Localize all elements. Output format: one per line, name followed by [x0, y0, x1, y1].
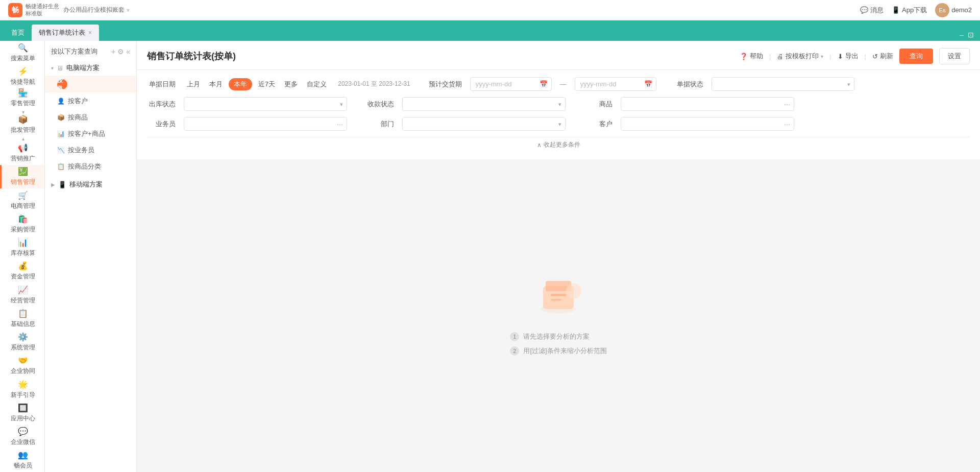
refresh-button[interactable]: ↺ 刷新	[872, 52, 893, 61]
plan-item-by-customer[interactable]: 👤 按客户	[45, 93, 136, 109]
sidebar: 🔍 搜索菜单 ⚡ 快捷导航 🏪 零售管理 ▾ 📦 批发管理 ▴ 📢 营销推广 💹…	[0, 41, 45, 472]
date-last-7[interactable]: 近7天	[255, 78, 278, 90]
sidebar-item-system[interactable]: ⚙️ 系统管理	[0, 331, 44, 354]
collapse-bar[interactable]: ∧ 收起更多条件	[147, 137, 970, 152]
by-customer-icon: 👤	[57, 98, 65, 105]
basic-icon: 📋	[18, 309, 28, 318]
sidebar-item-appcenter[interactable]: 🔲 应用中心	[0, 401, 44, 424]
app-download-button[interactable]: 📱 App下载	[892, 6, 927, 15]
export-button[interactable]: ⬇ 导出	[838, 52, 859, 61]
settings-plan-button[interactable]: ⚙	[117, 48, 124, 56]
plan-item-by-product[interactable]: 📦 按商品	[45, 109, 136, 126]
out-status-select[interactable]	[184, 97, 347, 111]
newbie-icon: 🌟	[18, 380, 28, 389]
pc-plans-header[interactable]: ▾ 🖥 电脑端方案	[45, 60, 136, 76]
product-more-icon[interactable]: ···	[784, 100, 790, 108]
customer-more-icon[interactable]: ···	[784, 120, 790, 128]
sidebar-item-newbie[interactable]: 🌟 新手引导	[0, 377, 44, 401]
customer-input-wrap: ···	[621, 117, 794, 131]
collapse-panel-button[interactable]: «	[126, 48, 130, 56]
tab-close-icon[interactable]: ×	[88, 29, 92, 36]
sidebar-item-cooperation[interactable]: 🤝 企业协同	[0, 354, 44, 377]
salesperson-input-wrap: ···	[184, 117, 347, 131]
sidebar-item-shortcut[interactable]: ⚡ 快捷导航	[0, 64, 44, 88]
hint-text-1: 请先选择要分析的方案	[523, 332, 590, 341]
pc-plans-label: 电脑端方案	[66, 63, 100, 73]
sidebar-item-wholesale[interactable]: 📦 批发管理 ▴	[0, 115, 44, 141]
page-header: 销售订单统计表(按单) ❓ 帮助 | 🖨 按模板打印 ▾ | ⬇	[137, 41, 980, 70]
customer-input[interactable]	[621, 117, 794, 131]
receive-status-select[interactable]	[402, 97, 566, 111]
sidebar-item-ecommerce[interactable]: 🛒 电商管理	[0, 188, 44, 212]
pc-plans-folder-icon: 🖥	[57, 64, 63, 72]
date-this-month[interactable]: 本月	[206, 78, 226, 90]
message-icon: 💬	[860, 6, 868, 14]
pc-plans-arrow: ▾	[51, 65, 54, 71]
wholesale-arrow: ▴	[22, 136, 24, 141]
date-label: 单据日期	[147, 80, 176, 89]
add-plan-button[interactable]: +	[111, 48, 115, 56]
status-label: 单据状态	[675, 80, 703, 89]
sidebar-item-marketing[interactable]: 📢 营销推广	[0, 141, 44, 165]
help-button[interactable]: ❓ 帮助	[740, 52, 763, 61]
sidebar-item-purchase[interactable]: 🛍️ 采购管理	[0, 212, 44, 235]
main-layout: 🔍 搜索菜单 ⚡ 快捷导航 🏪 零售管理 ▾ 📦 批发管理 ▴ 📢 营销推广 💹…	[0, 41, 980, 472]
mobile-plans-header[interactable]: ▶ 📱 移动端方案	[45, 177, 136, 192]
reset-button[interactable]: 设置	[939, 48, 970, 64]
sidebar-item-inventory[interactable]: 📊 库存核算	[0, 236, 44, 259]
empty-hints: 1 请先选择要分析的方案 2 用[过滤]条件来缩小分析范围	[510, 332, 606, 361]
date-last-month[interactable]: 上月	[184, 78, 203, 90]
expected-date-to: 📅	[575, 77, 656, 91]
sidebar-item-wechat[interactable]: 💬 企业微信	[0, 425, 44, 449]
date-more[interactable]: 更多	[281, 78, 301, 90]
system-icon: ⚙️	[18, 332, 28, 342]
plan-item-by-customer-product[interactable]: 📊 按客户+商品	[45, 126, 136, 142]
finance-icon: 💰	[18, 261, 28, 271]
svg-point-3	[566, 284, 581, 299]
collapse-button[interactable]: ∧ 收起更多条件	[537, 140, 580, 149]
calendar-to-icon: 📅	[644, 80, 652, 88]
receive-status-select-wrap: ▾	[402, 97, 566, 111]
product-label: 商品	[584, 100, 612, 109]
filter-row-3: 业务员 ··· 部门 ▾ 客户 ···	[147, 117, 970, 131]
dept-select[interactable]	[402, 117, 566, 131]
filter-row-2: 出库状态 ▾ 收款状态 ▾ 商品 ···	[147, 97, 970, 111]
date-shortcuts: 上月 本月 本年 近7天 更多 自定义	[184, 78, 330, 90]
collapse-icon: ∧	[537, 141, 542, 149]
sidebar-item-operation[interactable]: 📈 经营管理	[0, 283, 44, 306]
date-custom[interactable]: 自定义	[304, 78, 330, 90]
sidebar-item-finance[interactable]: 💰 资金管理	[0, 259, 44, 283]
sidebar-item-search[interactable]: 🔍 搜索菜单	[0, 41, 44, 64]
purchase-icon: 🛍️	[18, 214, 28, 224]
expected-date-from: 📅	[470, 77, 552, 91]
sidebar-item-retail[interactable]: 🏪 零售管理 ▾	[0, 88, 44, 115]
filter-row-1: 单据日期 上月 本月 本年 近7天 更多 自定义 2023-01-01 至 20…	[147, 77, 970, 91]
product-input[interactable]	[621, 97, 794, 111]
query-button[interactable]: 查询	[899, 49, 933, 64]
export-icon: ⬇	[838, 53, 843, 60]
plan-item-by-order[interactable]: 按单	[45, 76, 136, 93]
sidebar-item-member[interactable]: 👥 畅会员	[0, 449, 44, 472]
by-salesperson-icon: 📉	[57, 147, 65, 154]
date-range: 2023-01-01 至 2023-12-31	[338, 80, 410, 88]
salesperson-input[interactable]	[184, 117, 347, 131]
sidebar-item-basic[interactable]: 📋 基础信息	[0, 306, 44, 330]
salesperson-more-icon[interactable]: ···	[337, 120, 343, 128]
tab-restore-icon[interactable]: ⊡	[968, 31, 974, 39]
tab-sales-order[interactable]: 销售订单统计表 ×	[32, 25, 99, 41]
refresh-icon: ↺	[872, 53, 878, 60]
template-print-button[interactable]: 🖨 按模板打印 ▾	[777, 52, 823, 61]
date-this-year[interactable]: 本年	[229, 78, 252, 90]
left-panel-actions: + ⚙ «	[111, 48, 130, 56]
sidebar-item-sales[interactable]: 💹 销售管理	[0, 165, 44, 188]
pc-plans-group: ▾ 🖥 电脑端方案 按单 👤 按客户 📦 按商品 📊	[45, 60, 136, 175]
plan-item-by-salesperson[interactable]: 📉 按业务员	[45, 142, 136, 158]
tab-minimize-icon[interactable]: –	[960, 31, 964, 39]
message-button[interactable]: 💬 消息	[860, 6, 884, 15]
calendar-from-icon: 📅	[540, 80, 548, 88]
status-select[interactable]	[712, 77, 854, 91]
plan-item-by-category[interactable]: 📋 按商品分类	[45, 158, 136, 175]
tab-home[interactable]: 首页	[4, 25, 32, 41]
page-header-actions: ❓ 帮助 | 🖨 按模板打印 ▾ | ⬇ 导出 |	[740, 48, 970, 64]
user-menu[interactable]: Ea demo2	[935, 3, 972, 17]
